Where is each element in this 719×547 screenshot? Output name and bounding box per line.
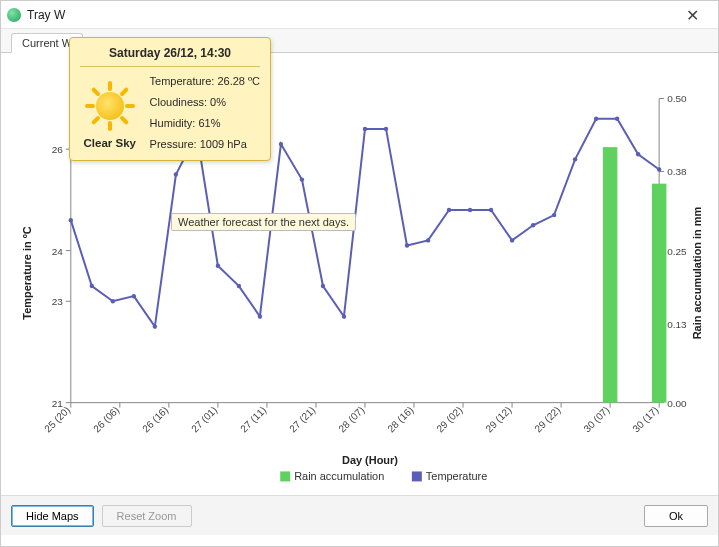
svg-point-77 [657,167,661,171]
svg-text:28 (07): 28 (07) [336,404,366,434]
tooltip-pressure: Pressure: 1009 hPa [150,138,260,150]
chart-area: 212324260.000.130.250.380.5025 (20)26 (0… [1,53,718,495]
hide-maps-button[interactable]: Hide Maps [11,505,94,527]
svg-text:27 (21): 27 (21) [287,404,317,434]
svg-point-64 [384,127,388,131]
svg-point-69 [489,208,493,212]
legend-swatch-rain [280,471,290,481]
tooltip-title: Saturday 26/12, 14:30 [80,46,260,67]
footer: Hide Maps Reset Zoom Ok [1,495,718,535]
legend-swatch-temp [412,471,422,481]
svg-text:26: 26 [52,144,64,155]
weather-tooltip-card: Saturday 26/12, 14:30 Clear Sky Temperat… [69,37,271,161]
sun-icon [89,85,131,127]
svg-text:0.13: 0.13 [667,319,687,330]
close-button[interactable]: ✕ [672,1,712,29]
svg-point-65 [405,243,409,247]
svg-point-53 [153,324,157,328]
legend-label-rain: Rain accumulation [294,470,384,482]
svg-point-74 [594,117,598,121]
svg-text:0.50: 0.50 [667,93,687,104]
svg-text:0.38: 0.38 [667,166,687,177]
reset-zoom-button[interactable]: Reset Zoom [102,505,192,527]
tooltip-condition: Clear Sky [84,137,136,149]
tooltip-humidity: Humidity: 61% [150,117,260,129]
legend: Rain accumulation Temperature [280,470,487,482]
svg-text:0.00: 0.00 [667,398,687,409]
svg-point-68 [468,208,472,212]
svg-point-63 [363,127,367,131]
svg-text:27 (01): 27 (01) [189,404,219,434]
svg-point-66 [426,238,430,242]
svg-point-73 [573,157,577,161]
svg-point-60 [300,177,304,181]
svg-point-72 [552,213,556,217]
tooltip-temperature: Temperature: 26.28 ºC [150,75,260,87]
svg-text:27 (11): 27 (11) [238,404,268,434]
svg-text:24: 24 [52,246,64,257]
svg-text:26 (06): 26 (06) [91,404,121,434]
svg-text:29 (02): 29 (02) [434,404,464,434]
svg-text:26 (16): 26 (16) [140,404,170,434]
svg-point-51 [111,299,115,303]
svg-text:29 (22): 29 (22) [532,404,562,434]
ok-button[interactable]: Ok [644,505,708,527]
tooltip-cloudiness: Cloudiness: 0% [150,96,260,108]
svg-point-56 [216,264,220,268]
legend-label-temp: Temperature [426,470,487,482]
hover-tip: Weather forecast for the next days. [171,213,356,231]
x-axis-label: Day (Hour) [342,454,398,466]
y-axis-left-label: Temperature in ºC [21,226,33,319]
titlebar: Tray W ✕ [1,1,718,29]
svg-point-61 [321,284,325,288]
svg-text:28 (16): 28 (16) [385,404,415,434]
svg-point-50 [90,284,94,288]
svg-text:0.25: 0.25 [667,246,687,257]
svg-point-76 [636,152,640,156]
svg-text:30 (07): 30 (07) [581,404,611,434]
svg-text:25 (20): 25 (20) [42,404,72,434]
svg-point-52 [132,294,136,298]
svg-text:23: 23 [52,296,64,307]
app-icon [7,8,21,22]
svg-point-57 [237,284,241,288]
svg-point-54 [174,172,178,176]
svg-point-49 [69,218,73,222]
svg-text:29 (12): 29 (12) [483,404,513,434]
svg-text:30 (17): 30 (17) [630,404,660,434]
svg-point-70 [510,238,514,242]
svg-rect-48 [652,184,666,403]
svg-point-71 [531,223,535,227]
svg-point-67 [447,208,451,212]
svg-point-62 [342,314,346,318]
svg-rect-47 [603,147,617,402]
svg-point-58 [258,314,262,318]
window-title: Tray W [27,8,65,22]
svg-point-75 [615,117,619,121]
svg-point-59 [279,142,283,146]
y-axis-right-label: Rain accumulation in mm [691,206,703,339]
